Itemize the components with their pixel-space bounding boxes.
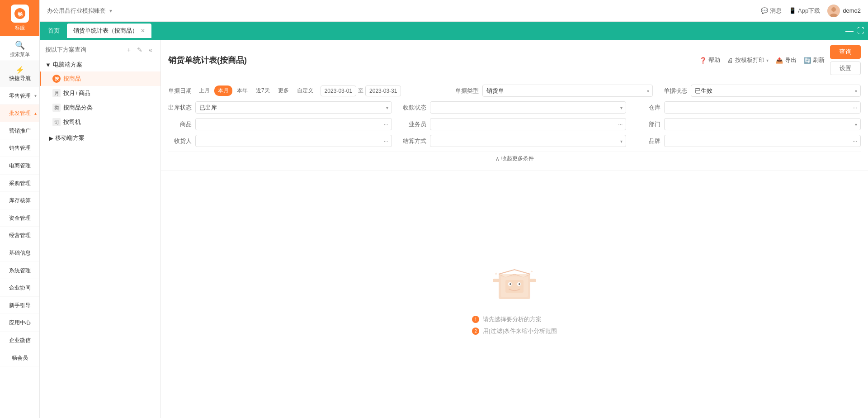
- date-tab-custom[interactable]: 自定义: [293, 86, 317, 96]
- logo[interactable]: 畅 标服: [0, 0, 39, 36]
- collapse-row: ∧ 收起更多条件: [168, 152, 861, 165]
- user-avatar: [827, 5, 840, 17]
- left-panel-header: 按以下方案查询 + ✎ «: [40, 45, 160, 58]
- sidebar-item-apps[interactable]: 应用中心: [0, 314, 39, 332]
- product-input[interactable]: [195, 118, 392, 130]
- export-btn[interactable]: 📤 导出: [776, 56, 797, 64]
- sidebar-item-purchase[interactable]: 采购管理: [0, 175, 39, 192]
- doc-status-select[interactable]: 已生效: [691, 85, 861, 97]
- sidebar-item-wholesale[interactable]: 批发管理 ▴: [0, 104, 39, 122]
- by-category-icon: 类: [52, 104, 61, 112]
- page-header-right: ❓ 帮助 🖨 按模板打印 ▾ 📤 导出 🔄: [699, 45, 861, 75]
- left-panel-actions: + ✎ «: [124, 45, 155, 54]
- sidebar-item-operations[interactable]: 经营管理: [0, 227, 39, 244]
- department-select[interactable]: [664, 118, 861, 130]
- tree-item-by-cashier[interactable]: 司 按司机: [40, 115, 160, 129]
- warehouse-filter: 仓库 ···: [637, 101, 861, 114]
- app-download-btn[interactable]: 📱 App下载: [789, 7, 820, 15]
- search-label: 搜索菜单: [10, 51, 30, 58]
- settings-button[interactable]: 设置: [830, 62, 861, 75]
- tab-home[interactable]: 首页: [42, 24, 66, 38]
- warehouse-status-select[interactable]: 已出库: [195, 101, 392, 114]
- receiver-dots[interactable]: ···: [384, 138, 388, 144]
- tab-maximize-icon[interactable]: ⛶: [857, 27, 864, 35]
- receiver-control: ···: [195, 135, 392, 147]
- query-button[interactable]: 查询: [830, 45, 861, 59]
- sidebar-item-enterprise[interactable]: 企业协同: [0, 279, 39, 297]
- sidebar-item-basics[interactable]: 基础信息: [0, 244, 39, 262]
- sidebar-item-inventory[interactable]: 库存核算: [0, 192, 39, 209]
- edit-scheme-btn[interactable]: ✎: [135, 45, 144, 54]
- add-scheme-btn[interactable]: +: [124, 45, 133, 54]
- tabbar: 首页 销货单统计表（按商品） ✕ — ⛶: [40, 22, 868, 40]
- app-download-label: App下载: [798, 7, 820, 15]
- payment-method-filter: 结算方式 ▾: [403, 135, 627, 147]
- user-area[interactable]: demo2: [827, 5, 861, 17]
- tree-item-by-product[interactable]: 按 按商品: [40, 71, 160, 86]
- sidebar-item-ecommerce[interactable]: 电商管理: [0, 157, 39, 175]
- sidebar: 畅 标服 🔍 搜索菜单 ⚡ 快捷导航 零售管理 ▾ 批发管理 ▴ 营销推广 销售…: [0, 0, 40, 418]
- system-label: 系统管理: [9, 267, 31, 275]
- receiver-input[interactable]: [195, 135, 392, 147]
- tab-close-icon[interactable]: ✕: [141, 28, 145, 34]
- salesperson-input[interactable]: [430, 118, 627, 130]
- tip-text-2: 用[过滤]条件来缩小分析范围: [483, 327, 557, 335]
- date-filter-item: 单据日期 上月 本月 本年 近7天 更多 自定义 2023-: [168, 86, 444, 96]
- sidebar-item-member[interactable]: 畅会员: [0, 349, 39, 367]
- sidebar-item-system[interactable]: 系统管理: [0, 262, 39, 280]
- date-tab-more[interactable]: 更多: [274, 86, 292, 96]
- help-btn[interactable]: ❓ 帮助: [699, 56, 720, 64]
- sidebar-item-retail[interactable]: 零售管理 ▾: [0, 87, 39, 105]
- query-settings-buttons: 查询 设置: [830, 45, 861, 75]
- sidebar-item-quick-nav[interactable]: ⚡ 快捷导航: [0, 61, 39, 87]
- empty-state: ✦ ✦ 1 请先选择要分析的方案 2 用[过滤]条件来缩小分析范围: [161, 171, 868, 418]
- print-template-btn[interactable]: 🖨 按模板打印 ▾: [727, 56, 769, 64]
- page-header: 销货单统计表(按商品) ❓ 帮助 🖨 按模板打印 ▾ 📤: [161, 40, 868, 79]
- warehouse-input[interactable]: [664, 101, 861, 114]
- main-area: 办公用品行业模拟账套 ▾ 💬 消息 📱 App下载 de: [40, 0, 868, 418]
- refresh-btn[interactable]: 🔄 刷新: [804, 56, 825, 64]
- warehouse-status-label: 出库状态: [168, 104, 192, 112]
- sidebar-item-marketing[interactable]: 营销推广: [0, 122, 39, 140]
- brand-dots[interactable]: ···: [853, 138, 857, 144]
- sidebar-item-sales[interactable]: 销售管理: [0, 139, 39, 157]
- date-tab-7days[interactable]: 近7天: [252, 86, 274, 96]
- date-to-input[interactable]: 2023-03-31: [365, 86, 401, 96]
- doc-type-select[interactable]: 销货单: [482, 85, 652, 97]
- topbar-dropdown-icon[interactable]: ▾: [109, 8, 112, 14]
- product-dots[interactable]: ···: [384, 121, 388, 128]
- sidebar-item-wechat[interactable]: 企业微信: [0, 332, 39, 349]
- salesperson-dots[interactable]: ···: [618, 121, 623, 128]
- collapse-btn[interactable]: ∧ 收起更多条件: [495, 155, 534, 162]
- product-label: 商品: [168, 120, 192, 128]
- retail-label: 零售管理: [9, 93, 31, 100]
- date-tab-current-year[interactable]: 本年: [233, 86, 251, 96]
- sidebar-search-item[interactable]: 🔍 搜索菜单: [0, 36, 39, 61]
- desktop-group-title[interactable]: ▼ 电脑端方案: [40, 58, 160, 71]
- payment-status-select[interactable]: [430, 101, 627, 114]
- tree-item-by-category[interactable]: 类 按商品分类: [40, 100, 160, 115]
- date-from-input[interactable]: 2023-03-01: [321, 86, 356, 96]
- sales-label: 销售管理: [9, 145, 31, 152]
- brand-label: 品牌: [637, 137, 660, 145]
- empty-illustration: ✦ ✦: [487, 254, 542, 308]
- warehouse-label: 仓库: [637, 104, 660, 112]
- svg-rect-12: [493, 279, 500, 282]
- salesperson-control: ···: [430, 118, 627, 130]
- desktop-group-label: 电脑端方案: [53, 61, 82, 69]
- brand-input[interactable]: [664, 135, 861, 147]
- warehouse-dots[interactable]: ···: [853, 104, 857, 111]
- tab-minimize-icon[interactable]: —: [845, 26, 854, 36]
- refresh-icon: 🔄: [804, 57, 811, 64]
- date-tab-current-month[interactable]: 本月: [214, 86, 232, 96]
- sidebar-item-newbie[interactable]: 新手引导: [0, 297, 39, 314]
- payment-method-select[interactable]: [430, 135, 627, 147]
- tree-item-by-month-product[interactable]: 月 按月+商品: [40, 86, 160, 100]
- collapse-panel-btn[interactable]: «: [146, 45, 155, 54]
- mobile-group-title[interactable]: ▶ 移动端方案: [40, 131, 160, 145]
- message-btn[interactable]: 💬 消息: [761, 7, 782, 15]
- topbar-title: 办公用品行业模拟账套: [47, 7, 106, 15]
- sidebar-item-finance[interactable]: 资金管理: [0, 209, 39, 227]
- tab-sales-stats[interactable]: 销货单统计表（按商品） ✕: [67, 24, 151, 38]
- date-tab-last-month[interactable]: 上月: [195, 86, 213, 96]
